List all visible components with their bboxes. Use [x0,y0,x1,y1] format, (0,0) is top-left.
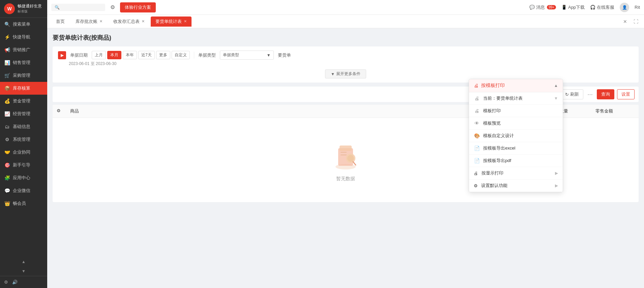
message-icon: 💬 [529,5,535,10]
date-current-year-btn[interactable]: 本年 [123,51,137,59]
date-prev-month-btn[interactable]: 上月 [92,51,106,59]
message-btn[interactable]: 💬 消息 99+ [529,4,556,10]
sidebar-nav: 🔍 搜索菜单 ⚡ 快捷导航 📢 营销推广 📊 销售管理 🛒 采购管理 📦 库存核… [0,18,47,257]
tab-close-icon[interactable]: ✕ [99,19,103,24]
print-icon: 🖨 [474,108,480,114]
app-download-btn[interactable]: 📱 App下载 [561,4,585,10]
date-custom-btn[interactable]: 自定义 [172,51,190,59]
tab-home[interactable]: 首页 [51,17,69,27]
system-icon: ⚙ [4,136,10,142]
tab-close-icon[interactable]: ✕ [184,19,187,24]
sidebar-item-sales[interactable]: 📊 销售管理 [0,56,47,69]
sidebar-item-label: 快捷导航 [13,34,30,40]
sidebar-item-inventory[interactable]: 📦 库存核算 [0,82,47,95]
tab-label: 要货单统计表 [155,19,182,25]
sidebar-item-enterprise[interactable]: 🤝 企业协同 [0,146,47,159]
dropdown-current-item[interactable]: 🖨 当前：要货单统计表 ▼ [469,92,563,105]
dropdown-chevron-up-icon: ▲ [554,83,558,88]
th-settings[interactable]: ⚙ [53,105,66,118]
sidebar-item-wechat[interactable]: 💬 企业微信 [0,184,47,197]
sidebar-item-finance[interactable]: 💰 资金管理 [0,95,47,107]
tab-receivable[interactable]: 收发存汇总表 ✕ [109,17,149,27]
topbar-right: 💬 消息 99+ 📱 App下载 🎧 在线客服 👤 Rit [529,3,640,12]
app-logo: W 畅捷通好生意 标准版 [0,0,47,18]
finance-icon: 💰 [4,98,10,104]
enterprise-icon: 🤝 [4,149,10,155]
th-amount: 零售金额 [591,105,639,118]
search-icon: 🔍 [55,5,60,10]
topbar: 🔍 ⚙ 体验行业方案 💬 消息 99+ 📱 App下载 🎧 在线客服 👤 Rit [47,0,644,15]
dropdown-header[interactable]: 🖨 按模板打印 ▲ [469,79,563,92]
filter-area: ▶ 单据日期 上月 本月 本年 近7天 更多 自定义 单据类型 单据类型 ▼ 要… [53,46,639,83]
refresh-btn[interactable]: ↻ 刷新 [561,89,583,99]
sidebar-item-system[interactable]: ⚙ 系统管理 [0,133,47,146]
topbar-search[interactable]: 🔍 [51,4,105,11]
dropdown-set-default[interactable]: ⚙ 设置默认功能 ▶ [469,180,563,192]
sidebar-item-label: 经营管理 [13,111,30,117]
operations-icon: 📈 [4,111,10,117]
printer-icon: 🖨 [474,83,478,88]
date-more-btn[interactable]: 更多 [156,51,170,59]
online-service-btn[interactable]: 🎧 在线客服 [590,4,614,10]
more-options-btn[interactable]: ⋯ [586,90,594,99]
printer-small-icon: 🖨 [474,96,480,101]
filter-expand-arrow[interactable]: ▶ [58,51,66,59]
date-btn-group: 上月 本月 本年 近7天 更多 自定义 [92,51,190,59]
dropdown-export-pdf[interactable]: 📄 按模板导出pdf [469,155,563,167]
industry-btn[interactable]: 体验行业方案 [120,2,156,12]
sidebar-item-apps[interactable]: 🧩 应用中心 [0,171,47,184]
tab-fullscreen-btn[interactable]: ⛶ [632,18,640,26]
tab-close-icon[interactable]: ✕ [142,19,145,24]
sidebar-item-operations[interactable]: 📈 经营管理 [0,107,47,120]
expand-more-btn[interactable]: ▼ 展开更多条件 [325,69,366,78]
sidebar-item-marketing[interactable]: 📢 营销推广 [0,43,47,56]
tab-order-summary[interactable]: 要货单统计表 ✕ [151,17,192,27]
query-btn[interactable]: 查询 [597,89,614,99]
sidebar-item-purchase[interactable]: 🛒 采购管理 [0,69,47,82]
sidebar-item-guide[interactable]: 🎯 新手引导 [0,159,47,171]
print-dropdown: 🖨 按模板打印 ▲ 🖨 当前：要货单统计表 ▼ 🖨 模板打印 👁 模板预览 🎨 [469,79,563,192]
topbar-gear-btn[interactable]: ⚙ [108,3,117,12]
page-content: 要货单统计表(按商品) ▶ 单据日期 上月 本月 本年 近7天 更多 自定义 单… [47,28,644,288]
settings-icon[interactable]: ⚙ [4,280,8,285]
sidebar-item-label: 采购管理 [13,72,30,78]
member-icon: 👑 [4,200,10,206]
settings-btn[interactable]: 设置 [617,89,635,99]
date-current-month-btn[interactable]: 本月 [107,51,121,59]
message-badge: 99+ [547,5,556,9]
basic-icon: 🗂 [4,124,10,130]
tabs-actions: ✕ ⛶ [621,18,640,26]
tab-close-all-btn[interactable]: ✕ [621,18,629,26]
avatar[interactable]: 👤 [620,3,629,12]
dropdown-template-design[interactable]: 🎨 模板自定义设计 [469,130,563,142]
default-icon: ⚙ [474,183,478,188]
sidebar-item-label: 系统管理 [13,136,30,142]
svg-rect-2 [340,146,352,151]
sidebar-item-basic[interactable]: 🗂 基础信息 [0,120,47,133]
order-type-label: 单据类型 [198,52,216,58]
date-last7-btn[interactable]: 近7天 [138,51,155,59]
dropdown-template-preview[interactable]: 👁 模板预览 [469,117,563,130]
expand-icon: ▶ [61,53,64,58]
sidebar-item-label: 畅会员 [13,200,26,206]
search-icon: 🔍 [4,21,10,27]
sidebar-item-member[interactable]: 👑 畅会员 [0,197,47,210]
svg-point-4 [347,155,354,162]
dropdown-template-print[interactable]: 🖨 模板打印 [469,105,563,117]
section-arrow-icon: ▶ [555,171,558,175]
tab-inventory-batch[interactable]: 库存批次账 ✕ [71,17,107,27]
main-area: 🔍 ⚙ 体验行业方案 💬 消息 99+ 📱 App下载 🎧 在线客服 👤 Rit [47,0,644,288]
sidebar-scroll-down[interactable]: ▼ [20,268,27,275]
sidebar-scroll-up[interactable]: ▲ [20,258,27,265]
dropdown-display-print[interactable]: 🖨 按显示打印 ▶ [469,167,563,180]
sound-icon[interactable]: 🔊 [12,280,18,285]
pdf-icon: 📄 [474,158,480,163]
display-print-icon: 🖨 [474,171,478,176]
dropdown-export-excel[interactable]: 📄 按模板导出excel [469,142,563,155]
sidebar-item-search[interactable]: 🔍 搜索菜单 [0,18,47,31]
sidebar-item-label: 库存核算 [13,85,30,91]
username: Rit [635,5,640,10]
order-type-select[interactable]: 单据类型 ▼ [220,51,274,60]
sidebar-item-quick-nav[interactable]: ⚡ 快捷导航 [0,31,47,43]
sidebar-item-label: 企业协同 [13,149,30,155]
